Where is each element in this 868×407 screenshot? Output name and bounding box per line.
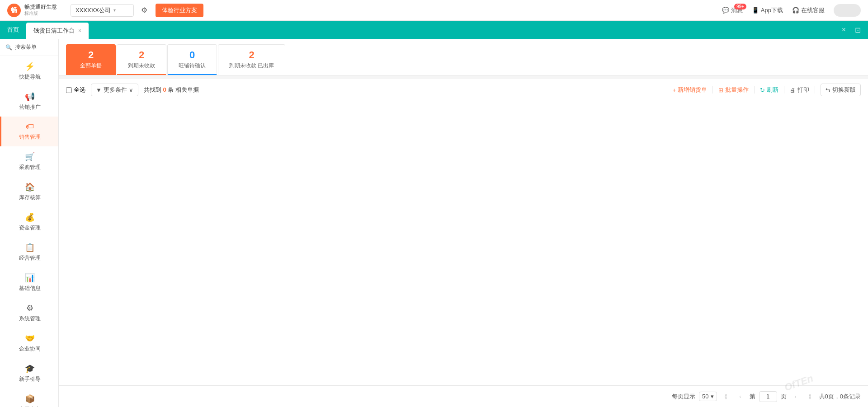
purchase-icon: 🛒	[25, 152, 35, 162]
page-last-button[interactable]: ⟫	[805, 391, 816, 402]
trial-button[interactable]: 体验行业方案	[156, 4, 203, 17]
stat-tab-shipped[interactable]: 2 到期未收款 已出库	[218, 44, 285, 75]
top-right-area: 💬 消息 99+ 📱 App下载 🎧 在线客服	[722, 4, 861, 17]
tab-close-icon[interactable]: ×	[78, 28, 81, 34]
refresh-button[interactable]: ↻ 刷新	[760, 86, 778, 94]
page-next-button[interactable]: ›	[790, 391, 801, 402]
stat-count-all: 2	[88, 49, 94, 61]
online-service-label: 在线客服	[801, 6, 825, 14]
app-download-label: App下载	[761, 6, 783, 14]
quick-nav-icon: ⚡	[25, 61, 35, 71]
minimize-button[interactable]: ×	[839, 25, 849, 35]
page-size-select[interactable]: 50 ▾	[699, 392, 717, 401]
cooperation-icon: 🤝	[25, 333, 35, 343]
stat-count-pending: 0	[189, 49, 195, 61]
sidebar-item-operations[interactable]: 📋 经营管理	[0, 237, 58, 267]
toolbar: 全选 ▼ 更多条件 ∨ 共找到 0 条 相关单据 + 新增销货单 ⊞	[59, 79, 868, 101]
print-button[interactable]: 🖨 打印	[790, 86, 809, 94]
app-center-icon: 📦	[25, 394, 35, 404]
sidebar-item-cooperation[interactable]: 🤝 企业协同	[0, 328, 58, 358]
tab-right-actions: × ⊡	[839, 25, 868, 35]
add-btn-label: 新增销货单	[678, 86, 707, 94]
purchase-label: 采购管理	[19, 164, 41, 171]
page-size-value: 50	[702, 393, 708, 400]
stat-label-shipped: 到期未收款 已出库	[229, 62, 274, 70]
divider-2	[754, 86, 755, 94]
sidebar-item-guide[interactable]: 🎓 新手引导	[0, 358, 58, 388]
sidebar-item-system[interactable]: ⚙ 系统管理	[0, 298, 58, 328]
switch-icon: ⇆	[826, 87, 830, 94]
logo-sub: 标准版	[24, 10, 57, 17]
filter-button[interactable]: ▼ 更多条件 ∨	[91, 84, 138, 96]
switch-label: 切换新版	[832, 86, 856, 94]
stat-label-all: 全部单据	[80, 62, 102, 70]
sidebar-item-sales[interactable]: 🏷 销售管理	[0, 117, 58, 146]
divider-3	[784, 86, 784, 94]
stat-count-overdue: 2	[139, 49, 144, 61]
basic-info-label: 基础信息	[19, 285, 41, 292]
tab-home[interactable]: 首页	[0, 21, 26, 39]
divider-1	[712, 86, 713, 94]
search-menu-label: 搜索菜单	[15, 43, 37, 51]
batch-btn-label: 批量操作	[725, 86, 749, 94]
gear-button[interactable]: ⚙	[137, 4, 151, 17]
stat-count-shipped: 2	[249, 49, 255, 61]
page-suffix-label: 页	[781, 393, 787, 401]
found-prefix: 共找到	[144, 86, 161, 93]
content-area: 2 全部单据 2 到期未收款 0 旺铺待确认 2 到期未收款 已出库 全选	[59, 39, 868, 407]
sidebar-item-marketing[interactable]: 📢 营销推广	[0, 86, 58, 117]
sales-label: 销售管理	[19, 133, 41, 141]
finance-label: 资金管理	[19, 224, 41, 232]
stat-tab-overdue[interactable]: 2 到期未收款	[117, 44, 166, 75]
message-badge: 99+	[734, 4, 746, 9]
online-service-button[interactable]: 🎧 在线客服	[792, 6, 825, 14]
sidebar-item-basic-info[interactable]: 📊 基础信息	[0, 267, 58, 298]
guide-icon: 🎓	[25, 364, 35, 374]
select-all-label: 全选	[74, 86, 85, 94]
avatar[interactable]	[834, 4, 861, 17]
stat-tab-pending[interactable]: 0 旺铺待确认	[167, 44, 217, 75]
print-label: 打印	[797, 86, 809, 94]
batch-icon: ⊞	[718, 87, 723, 94]
page-label: 第	[750, 393, 755, 401]
sidebar-item-finance[interactable]: 💰 资金管理	[0, 207, 58, 237]
toolbar-right: + 新增销货单 ⊞ 批量操作 ↻ 刷新 🖨 打印	[672, 84, 861, 96]
page-input[interactable]	[759, 391, 777, 402]
page-size-chevron-icon: ▾	[711, 393, 714, 400]
logo-area: 畅 畅捷通好生意 标准版	[7, 4, 66, 17]
expand-button[interactable]: ⊡	[852, 25, 863, 35]
home-label: 首页	[7, 26, 19, 34]
switch-version-button[interactable]: ⇆ 切换新版	[821, 84, 861, 96]
search-menu-item[interactable]: 🔍 搜索菜单	[0, 39, 58, 56]
filter-chevron-icon: ∨	[129, 87, 133, 94]
quick-nav-label: 快捷导航	[19, 73, 41, 81]
stat-tab-all[interactable]: 2 全部单据	[66, 44, 116, 75]
select-all-checkbox[interactable]: 全选	[66, 86, 85, 94]
checkbox-input[interactable]	[66, 87, 72, 93]
page-first-button[interactable]: ⟪	[721, 391, 731, 402]
found-count: 0	[163, 86, 166, 93]
page-size-label: 每页显示	[672, 393, 695, 401]
tab-active[interactable]: 钱货日清工作台 ×	[26, 23, 89, 39]
system-label: 系统管理	[19, 315, 41, 323]
top-bar: 畅 畅捷通好生意 标准版 XXXXXX公司 ▾ ⚙ 体验行业方案 💬 消息 99…	[0, 0, 868, 21]
stat-tab-pending-underline	[168, 74, 217, 75]
chevron-down-icon: ▾	[113, 8, 116, 13]
page-prev-button[interactable]: ‹	[735, 391, 746, 402]
pagination: 每页显示 50 ▾ ⟪ ‹ 第 页 › ⟫ 共0页，0条记录	[59, 385, 868, 407]
sidebar-item-quick-nav[interactable]: ⚡ 快捷导航	[0, 56, 58, 86]
search-icon: 🔍	[5, 44, 12, 51]
sidebar-item-inventory[interactable]: 🏠 库存核算	[0, 177, 58, 207]
sidebar-item-purchase[interactable]: 🛒 采购管理	[0, 146, 58, 177]
company-selector[interactable]: XXXXXX公司 ▾	[71, 4, 134, 17]
batch-operation-button[interactable]: ⊞ 批量操作	[718, 86, 749, 94]
sidebar-item-app-center[interactable]: 📦 应用中心	[0, 388, 58, 407]
app-download-button[interactable]: 📱 App下载	[752, 6, 783, 14]
total-info: 共0页，0条记录	[819, 393, 861, 401]
logo-icon: 畅	[7, 4, 21, 17]
main-layout: 🔍 搜索菜单 ⚡ 快捷导航 📢 营销推广 🏷 销售管理 🛒 采购管理 🏠 库存核…	[0, 39, 868, 407]
company-name: XXXXXX公司	[75, 6, 111, 14]
plus-icon: +	[672, 87, 676, 94]
message-button[interactable]: 💬 消息 99+	[722, 6, 743, 14]
add-sales-order-button[interactable]: + 新增销货单	[672, 86, 707, 94]
